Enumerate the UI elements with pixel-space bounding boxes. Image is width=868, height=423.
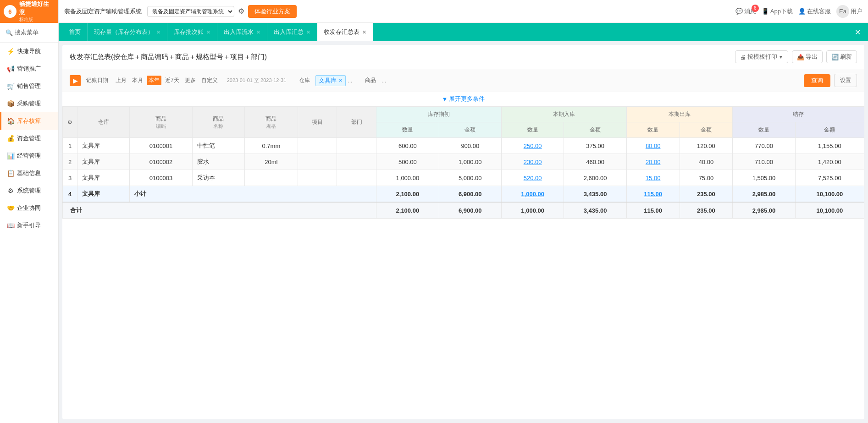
sidebar-item-guide[interactable]: 📖 新手引导 [0, 217, 58, 234]
tab-batch-ledger[interactable]: 库存批次账 ✕ [167, 23, 217, 41]
row3-spec [245, 170, 298, 186]
expand-more-btn[interactable]: ▼ 展开更多条件 [442, 95, 485, 103]
data-table-wrap: ⚙ 仓库 商品编码 商品名称 商品规格 项目 部门 库存期初 本期入库 本期出库… [62, 106, 864, 219]
row2-open-amt: 1,000.00 [439, 154, 501, 170]
system-select[interactable]: 装备及固定资产辅助管理系统 [147, 6, 234, 17]
user-label: 用户 [851, 7, 862, 16]
app-label: App下载 [770, 7, 793, 16]
sidebar-item-marketing[interactable]: 📢 营销推广 [0, 60, 58, 77]
date-btn-custom[interactable]: 自定义 [199, 76, 220, 85]
sidebar-search-section: 🔍 搜索菜单 [0, 23, 58, 43]
tab-flow[interactable]: 出入库流水 ✕ [217, 23, 267, 41]
print-btn[interactable]: 🖨 按模板打印 ▼ [735, 50, 788, 63]
col-settings[interactable]: ⚙ [63, 107, 77, 138]
date-btn-last-month[interactable]: 上月 [114, 76, 128, 85]
sidebar-title-block: 畅捷通好生意 标准版 [19, 0, 55, 23]
settings-button[interactable]: 设置 [834, 74, 857, 87]
tab-recv-send[interactable]: 收发存汇总表 ✕ [317, 23, 373, 41]
date-btn-this-month[interactable]: 本月 [130, 76, 145, 85]
sidebar-item-system[interactable]: ⚙ 系统管理 [0, 182, 58, 199]
row3-name: 采访本 [192, 170, 244, 186]
row1-name: 中性笔 [192, 138, 244, 154]
row2-bal-amt: 1,420.00 [795, 154, 864, 170]
sidebar-item-purchase[interactable]: 📦 采购管理 [0, 95, 58, 112]
tab-stock-dist[interactable]: 现存量（库存分布表） ✕ [88, 23, 167, 41]
table-row: 1 文具库 0100001 中性笔 0.7mm 600.00 900.00 25… [63, 138, 864, 154]
row1-open-qty: 600.00 [376, 138, 439, 154]
tab-close-batch-ledger[interactable]: ✕ [206, 29, 210, 35]
tab-summary[interactable]: 出入库汇总 ✕ [267, 23, 317, 41]
row1-warehouse: 文具库 [77, 138, 130, 154]
total-out-amt: 235.00 [680, 202, 733, 219]
export-btn[interactable]: 📤 导出 [792, 50, 823, 63]
subtotal-bal-qty: 2,985.00 [733, 186, 795, 203]
col-out-header: 本期出库 [626, 107, 733, 122]
goods-more[interactable]: ... [381, 77, 386, 84]
sidebar-item-inventory[interactable]: 🏠 库存核算 [0, 112, 58, 130]
table-row: 3 文具库 0100003 采访本 1,000.00 5,000.00 520.… [63, 170, 864, 186]
tab-home[interactable]: 首页 [62, 23, 88, 41]
row3-out-qty[interactable]: 15.00 [626, 170, 680, 186]
tab-close-summary[interactable]: ✕ [306, 29, 310, 35]
sidebar-item-quick-nav[interactable]: ⚡ 快捷导航 [0, 43, 58, 60]
query-button[interactable]: 查询 [804, 74, 830, 87]
sidebar-item-enterprise[interactable]: 🤝 企业协同 [0, 199, 58, 217]
row1-bal-amt: 1,155.00 [795, 138, 864, 154]
online-service-item[interactable]: 👤 在线客服 [798, 7, 831, 16]
warehouse-filter: 文具库 ✕ ... [315, 75, 352, 86]
tab-close-flow[interactable]: ✕ [256, 29, 260, 35]
warehouse-more[interactable]: ... [348, 77, 352, 84]
search-menu-button[interactable]: 🔍 搜索菜单 [4, 27, 55, 38]
sidebar-app-title: 畅捷通好生意 [19, 0, 55, 16]
refresh-btn[interactable]: 🔄 刷新 [826, 50, 857, 63]
sidebar-item-sales[interactable]: 🛒 销售管理 [0, 77, 58, 95]
subtotal-out-amt: 235.00 [680, 186, 733, 203]
message-icon-item[interactable]: 💬 消息 6 [735, 7, 756, 16]
row3-warehouse: 文具库 [77, 170, 130, 186]
row1-out-qty[interactable]: 80.00 [626, 138, 680, 154]
sidebar-item-basic-info[interactable]: 📋 基础信息 [0, 165, 58, 182]
row3-bal-amt: 7,525.00 [795, 170, 864, 186]
row3-code: 0100003 [130, 170, 192, 186]
subtotal-in-amt: 3,435.00 [564, 186, 626, 203]
sidebar-item-finance[interactable]: 💰 资金管理 [0, 130, 58, 147]
row1-in-qty[interactable]: 250.00 [501, 138, 564, 154]
page-title: 收发存汇总表(按仓库＋商品编码＋商品＋规格型号＋项目＋部门) [70, 53, 267, 61]
row1-in-amt: 375.00 [564, 138, 626, 154]
sidebar-item-operations[interactable]: 📊 经营管理 [0, 147, 58, 165]
date-btn-more[interactable]: 更多 [183, 76, 198, 85]
tab-close-recv-send[interactable]: ✕ [362, 29, 366, 35]
row2-code: 0100002 [130, 154, 192, 170]
user-item[interactable]: Ea 用户 [836, 5, 862, 18]
row2-in-qty[interactable]: 230.00 [501, 154, 564, 170]
row3-dept [337, 170, 376, 186]
subtotal-in-qty[interactable]: 1,000.00 [501, 186, 564, 203]
topbar-icons: 💬 消息 6 📱 App下载 👤 在线客服 Ea 用户 [735, 5, 862, 18]
row3-in-qty[interactable]: 520.00 [501, 170, 564, 186]
row1-bal-qty: 770.00 [733, 138, 795, 154]
chevron-down-icon2: ▼ [442, 96, 448, 103]
filter-toggle-btn[interactable]: ▶ [70, 75, 81, 86]
row2-out-qty[interactable]: 20.00 [626, 154, 680, 170]
row1-project [298, 138, 337, 154]
table-body: 1 文具库 0100001 中性笔 0.7mm 600.00 900.00 25… [63, 138, 864, 203]
warehouse-tag-remove[interactable]: ✕ [338, 77, 343, 83]
quick-nav-icon: ⚡ [7, 48, 14, 55]
total-in-amt: 3,435.00 [564, 202, 626, 219]
experience-btn[interactable]: 体验行业方案 [248, 5, 297, 18]
table-footer: 合计 2,100.00 6,900.00 1,000.00 3,435.00 1… [63, 202, 864, 219]
app-download-item[interactable]: 📱 App下载 [762, 7, 793, 16]
total-row: 合计 2,100.00 6,900.00 1,000.00 3,435.00 1… [63, 202, 864, 219]
tabbar-close-all[interactable]: ✕ [851, 28, 864, 37]
row2-out-amt: 40.00 [680, 154, 733, 170]
print-icon: 🖨 [740, 54, 746, 60]
gear-icon[interactable]: ⚙ [238, 7, 244, 16]
date-range-display: 2023-01-01 至 2023-12-31 [227, 77, 287, 84]
date-btn-this-year[interactable]: 本年 [147, 76, 161, 85]
row3-project [298, 170, 337, 186]
row2-warehouse: 文具库 [77, 154, 130, 170]
subtotal-out-qty[interactable]: 115.00 [626, 186, 680, 203]
date-btn-7days[interactable]: 近7天 [163, 76, 181, 85]
row1-dept [337, 138, 376, 154]
tab-close-stock-dist[interactable]: ✕ [156, 29, 160, 35]
